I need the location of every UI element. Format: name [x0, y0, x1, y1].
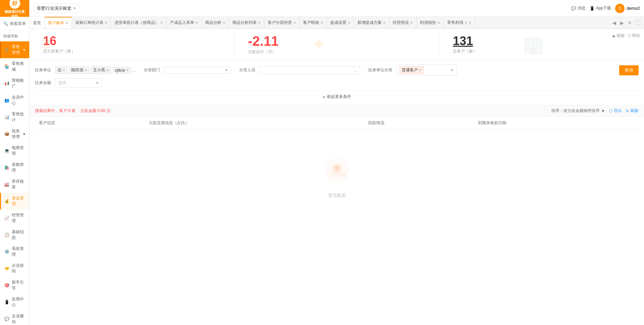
- tab-product-analysis-list[interactable]: 商品分析列表 ✕: [229, 17, 264, 29]
- tab-ops-status-close[interactable]: ✕: [410, 21, 413, 25]
- user-menu[interactable]: D demo2: [615, 4, 640, 13]
- finance-label: 资金管理: [12, 195, 26, 207]
- sidebar-quick-nav-label: 快捷导航: [3, 34, 18, 39]
- help-btn[interactable]: ⓘ 帮助: [627, 33, 640, 39]
- tab-product-analysis[interactable]: 商品分析 ✕: [202, 17, 229, 29]
- sidebar-item-member[interactable]: 👥 会员中心: [0, 92, 29, 109]
- tab-add-promotion-plan[interactable]: 新增提成方案 ✕: [354, 17, 389, 29]
- tab-prev-button[interactable]: ◀: [611, 20, 617, 26]
- sidebar-item-quick-nav[interactable]: 快捷导航: [0, 31, 29, 41]
- stat-number-total-customers: 131: [453, 35, 477, 47]
- tab-purchase-stat-by-product-label: 进货单统计表（按商品）: [115, 20, 159, 26]
- user-avatar: D: [615, 4, 625, 13]
- workspace-selector[interactable]: 母婴行业演示账套 ▼: [34, 4, 79, 13]
- sidebar-item-corp-wechat[interactable]: 💬 企业微信: [0, 311, 29, 325]
- tab-promotion-settings-close[interactable]: ✕: [348, 21, 350, 25]
- balance-filter-label: 往来余额: [35, 80, 51, 86]
- tab-purchase-order-stat[interactable]: 采购订单统计表 ✕: [72, 17, 111, 29]
- collapse-button[interactable]: ∧ 收起更多条件: [323, 93, 351, 101]
- unit-class-tag-close[interactable]: ✕: [419, 68, 422, 72]
- person-select[interactable]: ...: [259, 66, 360, 74]
- sidebar-item-finance[interactable]: 💰 资金管理: [0, 193, 29, 210]
- video-help-btn[interactable]: ▶ 视频: [613, 33, 625, 39]
- message-button[interactable]: 💬 消息: [571, 5, 586, 11]
- tab-promotion-settings[interactable]: 提成设置 ✕: [327, 17, 354, 29]
- result-amount-unit: 元: [106, 108, 111, 113]
- sidebar-item-retail-shop[interactable]: 🏪 零售商城: [0, 58, 29, 75]
- tab-purchase-stat-by-product-close[interactable]: ✕: [160, 21, 163, 25]
- tab-add-promotion-plan-close[interactable]: ✕: [383, 21, 386, 25]
- tab-expand-button[interactable]: ⛶: [635, 20, 642, 26]
- topbar: 母婴行业演示账套 ▼ 💬 消息 📱 App下载 D demo2: [30, 0, 644, 17]
- member-icon: 👥: [4, 98, 9, 103]
- tab-customer-contact-close[interactable]: ✕: [320, 21, 323, 25]
- unit-filter-label: 往来单位: [35, 67, 51, 73]
- tab-ops-status-label: 经营情况: [393, 20, 409, 26]
- search-menu-button[interactable]: 🔍 搜索菜单: [2, 20, 27, 28]
- sidebar-item-base-info[interactable]: 📋 基础信息: [0, 226, 29, 243]
- sort-selector[interactable]: 排序：按欠款金额倒序排序 ▼: [551, 108, 605, 114]
- app-download-button[interactable]: 📱 App下载: [590, 5, 611, 11]
- tag-wang-close[interactable]: ✕: [106, 68, 109, 72]
- tag-wang-text: 王小亮: [93, 67, 105, 73]
- balance-select[interactable]: 选择... ▼: [55, 78, 102, 87]
- sidebar-item-sys[interactable]: ⚙️ 系统管理: [0, 243, 29, 260]
- filter-row-unit: 往来单位 伍 ✕ 陈民强 ✕ 王小亮 ✕ cjttcw: [35, 65, 639, 76]
- sidebar-item-retail-stat[interactable]: 📊 零售统计: [0, 109, 29, 125]
- tab-customer-tier-close[interactable]: ✕: [293, 21, 296, 25]
- tab-product-analysis-close[interactable]: ✕: [223, 21, 225, 25]
- tab-profit-report-close[interactable]: ✕: [437, 21, 440, 25]
- tab-next-button[interactable]: ▶: [619, 20, 625, 26]
- unit-class-arrow-icon: ▼: [450, 68, 454, 72]
- sidebar-item-inventory[interactable]: 🏭 库存核算: [0, 176, 29, 193]
- tags-more-btn[interactable]: ...: [132, 68, 136, 73]
- retail-stat-icon: 📊: [4, 115, 9, 119]
- sidebar-item-marketing[interactable]: 📢 营销推广: [0, 75, 29, 92]
- tab-customer-contact[interactable]: 客户联络 ✕: [300, 17, 327, 29]
- tab-purchase-order-stat-close[interactable]: ✕: [105, 21, 108, 25]
- tab-close-all-button[interactable]: ✕: [627, 20, 633, 26]
- message-icon: 💬: [571, 6, 576, 11]
- sidebar-item-purchase[interactable]: 🛍️ 采购管理: [0, 159, 29, 176]
- tab-customer-tier[interactable]: 客户分层经营 ✕: [264, 17, 300, 29]
- tab-retail-profit[interactable]: 零售利润（ ✕: [444, 17, 475, 29]
- result-count-unit: 家: [72, 108, 76, 113]
- tab-product-analysis-list-close[interactable]: ✕: [258, 21, 261, 25]
- tab-product-inbound[interactable]: 产成品入库单 ✕: [167, 17, 202, 29]
- sidebar-item-enterprise[interactable]: 🤝 企业协同: [0, 260, 29, 277]
- stat-number-amount: -2.11: [248, 34, 278, 48]
- stat-icon-total-customers: 🏢: [523, 35, 543, 55]
- tab-ops-status[interactable]: 经营情况 ✕: [389, 17, 417, 29]
- sidebar-item-batch-mgmt[interactable]: 📦 批发管理 ▼: [0, 125, 29, 142]
- sidebar-item-ecom[interactable]: 💻 电商管理: [0, 142, 29, 159]
- help-label: 帮助: [632, 33, 640, 39]
- logo-text: 畅捷通好生意: [5, 9, 25, 14]
- filter-tag-chen: 陈民强 ✕: [69, 66, 89, 74]
- tab-purchase-stat-by-product[interactable]: 进货单统计表（按商品） ✕: [111, 17, 167, 29]
- query-button[interactable]: 查询: [619, 65, 639, 75]
- tag-chen-text: 陈民强: [71, 67, 83, 73]
- refresh-button[interactable]: ↻ 刷新: [626, 108, 639, 114]
- tag-cjttcw-close[interactable]: ✕: [126, 68, 129, 72]
- export-button[interactable]: ⬡ 导出: [609, 108, 622, 114]
- unit-class-select[interactable]: 普通客户 ✕ ▼: [396, 65, 457, 76]
- tag-chen-close[interactable]: ✕: [84, 68, 87, 72]
- tab-profit-report[interactable]: 利润报告 ✕: [417, 17, 444, 29]
- sidebar-item-app-center[interactable]: 📱 应用中心: [0, 294, 29, 311]
- sidebar-item-ops[interactable]: 📈 经营管理: [0, 210, 29, 226]
- tab-retail-profit-close[interactable]: ✕: [469, 21, 471, 25]
- tab-home[interactable]: 首页: [30, 17, 45, 29]
- tab-product-inbound-close[interactable]: ✕: [196, 21, 198, 25]
- col-payment-status: 回款情况: [364, 117, 474, 130]
- tab-customer-book[interactable]: 客户账本 ✕: [45, 17, 72, 29]
- tag-wu-close[interactable]: ✕: [62, 68, 65, 72]
- sidebar-item-newbie[interactable]: 🎯 新手引导: [0, 277, 29, 294]
- tabbar-actions: ◀ ▶ ✕ ⛶: [609, 20, 644, 26]
- dept-select[interactable]: ▼: [164, 67, 231, 74]
- person-more-icon: ...: [354, 68, 357, 73]
- tab-customer-book-close[interactable]: ✕: [66, 21, 68, 25]
- sidebar-item-retail-mgmt[interactable]: 🛒 零售管理 ▼: [0, 41, 29, 58]
- retail-shop-icon: 🏪: [4, 64, 9, 69]
- table-header: 客户信息 欠款交易信息（占比） 回款情况 到期未收款日期: [35, 117, 639, 130]
- corp-wechat-label: 企业微信: [12, 313, 26, 325]
